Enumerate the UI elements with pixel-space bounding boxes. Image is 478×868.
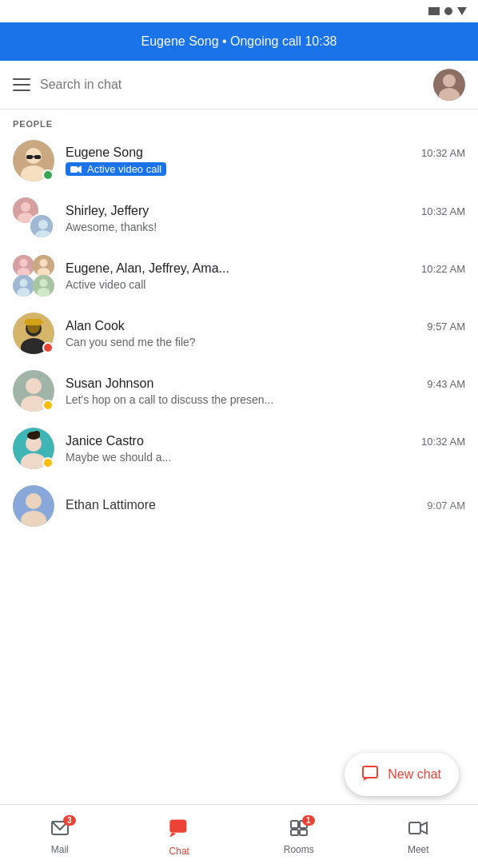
svg-point-18 bbox=[20, 259, 28, 267]
menu-button[interactable] bbox=[13, 78, 30, 91]
status-dot-eugene bbox=[42, 169, 54, 181]
chat-name-alan: Alan Cook bbox=[66, 319, 125, 333]
rooms-icon-wrap: 1 bbox=[289, 818, 309, 841]
chat-preview-shirley: Awesome, thanks! bbox=[66, 221, 465, 233]
call-banner[interactable]: Eugene Song • Ongoing call 10:38 bbox=[0, 22, 478, 61]
chat-list: Eugene Song 10:32 AM Active video call bbox=[0, 132, 478, 535]
status-bar bbox=[0, 0, 478, 22]
people-section-label: PEOPLE bbox=[0, 109, 478, 132]
avatar-wrap-ethan bbox=[13, 485, 54, 527]
mail-badge: 3 bbox=[63, 815, 76, 826]
svg-point-36 bbox=[26, 378, 42, 394]
chat-item-group-eugene-alan[interactable]: Eugene, Alan, Jeffrey, Ama... 10:22 AM A… bbox=[0, 247, 478, 305]
chat-time-eugene: 10:32 AM bbox=[421, 147, 465, 159]
svg-rect-55 bbox=[409, 822, 420, 834]
chat-info-shirley: Shirley, Jeffery 10:32 AM Awesome, thank… bbox=[66, 204, 465, 233]
chat-preview-susan: Let's hop on a call to discuss the prese… bbox=[66, 393, 465, 406]
svg-point-12 bbox=[21, 202, 30, 212]
avatar-wrap-eugene bbox=[13, 140, 54, 181]
chat-label: Chat bbox=[169, 846, 189, 857]
avatar-wrap-susan bbox=[13, 370, 54, 412]
new-chat-label: New chat bbox=[388, 767, 441, 782]
svg-rect-46 bbox=[363, 766, 377, 778]
svg-rect-51 bbox=[291, 821, 298, 828]
new-chat-fab[interactable]: New chat bbox=[345, 753, 459, 796]
nav-item-rooms[interactable]: 1 Rooms bbox=[239, 805, 359, 868]
chat-item-susan-johnson[interactable]: Susan Johnson 9:43 AM Let's hop on a cal… bbox=[0, 362, 478, 420]
rooms-label: Rooms bbox=[284, 844, 314, 855]
battery-icon bbox=[428, 7, 440, 15]
svg-point-21 bbox=[40, 259, 48, 267]
meet-label: Meet bbox=[408, 844, 429, 855]
chat-name-susan: Susan Johnson bbox=[66, 376, 153, 391]
svg-rect-6 bbox=[26, 155, 33, 159]
chat-preview-eugene: Active video call bbox=[66, 162, 465, 176]
svg-marker-50 bbox=[170, 832, 177, 837]
chat-name-eugene: Eugene Song bbox=[66, 145, 143, 160]
avatar-ethan-lattimore bbox=[13, 485, 54, 527]
call-banner-text: Eugene Song • Ongoing call 10:38 bbox=[141, 34, 337, 49]
status-dot-susan bbox=[42, 400, 54, 411]
chat-item-eugene-song[interactable]: Eugene Song 10:32 AM Active video call bbox=[0, 132, 478, 189]
chat-preview-group-eugene: Active video call bbox=[66, 278, 465, 291]
rooms-badge: 1 bbox=[302, 815, 315, 826]
chat-name-group-eugene: Eugene, Alan, Jeffrey, Ama... bbox=[66, 261, 229, 276]
chat-item-alan-cook[interactable]: Alan Cook 9:57 AM Can you send me the fi… bbox=[0, 305, 478, 362]
chat-nav-icon bbox=[168, 817, 190, 839]
chat-preview-alan: Can you send me the file? bbox=[66, 336, 465, 348]
chat-item-janice-castro[interactable]: Janice Castro 10:32 AM Maybe we should a… bbox=[0, 420, 478, 477]
meet-icon bbox=[408, 818, 428, 838]
chat-time-alan: 9:57 AM bbox=[427, 321, 465, 332]
svg-point-44 bbox=[26, 493, 42, 509]
chat-time-shirley: 10:32 AM bbox=[421, 205, 465, 217]
nav-item-meet[interactable]: Meet bbox=[359, 805, 479, 868]
chat-icon-wrap bbox=[168, 817, 190, 842]
nav-item-chat[interactable]: Chat bbox=[120, 805, 240, 868]
signal-icon bbox=[444, 7, 452, 15]
chat-info-group-eugene: Eugene, Alan, Jeffrey, Ama... 10:22 AM A… bbox=[66, 261, 465, 291]
chat-time-ethan: 9:07 AM bbox=[427, 500, 465, 512]
chat-info-eugene: Eugene Song 10:32 AM Active video call bbox=[66, 145, 465, 176]
user-avatar[interactable] bbox=[433, 69, 465, 101]
search-input[interactable] bbox=[40, 78, 424, 92]
svg-rect-9 bbox=[70, 166, 78, 173]
mail-label: Mail bbox=[51, 844, 69, 855]
chat-info-janice: Janice Castro 10:32 AM Maybe we should a… bbox=[66, 434, 465, 464]
nav-item-mail[interactable]: 3 Mail bbox=[0, 805, 120, 868]
svg-marker-10 bbox=[78, 165, 82, 173]
chat-time-janice: 10:32 AM bbox=[421, 436, 465, 448]
status-dot-alan bbox=[42, 342, 54, 353]
svg-rect-53 bbox=[291, 830, 298, 835]
svg-point-24 bbox=[20, 279, 28, 287]
chat-info-ethan: Ethan Lattimore 9:07 AM bbox=[66, 498, 465, 515]
avatar-group-shirley-jeffery bbox=[13, 197, 54, 239]
avatar-wrap-janice bbox=[13, 428, 54, 469]
search-bar bbox=[0, 61, 478, 109]
mail-icon-wrap: 3 bbox=[50, 818, 70, 841]
new-chat-icon bbox=[362, 764, 380, 785]
svg-rect-34 bbox=[26, 319, 42, 325]
avatar-wrap-alan bbox=[13, 313, 54, 354]
chat-time-group-eugene: 10:22 AM bbox=[421, 263, 465, 275]
chat-name-shirley: Shirley, Jeffery bbox=[66, 204, 149, 218]
bottom-nav: 3 Mail Chat 1 Rooms bbox=[0, 804, 478, 868]
svg-point-15 bbox=[38, 220, 48, 229]
video-call-badge: Active video call bbox=[66, 162, 166, 176]
chat-name-ethan: Ethan Lattimore bbox=[66, 498, 156, 512]
svg-marker-56 bbox=[420, 822, 427, 834]
chat-item-shirley-jeffery[interactable]: Shirley, Jeffery 10:32 AM Awesome, thank… bbox=[0, 189, 478, 247]
chat-item-ethan-lattimore[interactable]: Ethan Lattimore 9:07 AM bbox=[0, 477, 478, 535]
svg-rect-49 bbox=[170, 819, 187, 832]
meet-icon-wrap bbox=[408, 818, 428, 841]
avatar-group4 bbox=[13, 255, 54, 297]
svg-rect-7 bbox=[34, 155, 41, 159]
chat-info-susan: Susan Johnson 9:43 AM Let's hop on a cal… bbox=[66, 376, 465, 406]
svg-point-27 bbox=[40, 279, 48, 287]
chat-name-janice: Janice Castro bbox=[66, 434, 144, 448]
status-dot-janice bbox=[42, 457, 54, 468]
svg-point-1 bbox=[443, 74, 456, 87]
chat-time-susan: 9:43 AM bbox=[427, 378, 465, 390]
svg-point-42 bbox=[34, 431, 40, 437]
chat-preview-janice: Maybe we should a... bbox=[66, 451, 465, 464]
svg-rect-54 bbox=[300, 830, 307, 835]
